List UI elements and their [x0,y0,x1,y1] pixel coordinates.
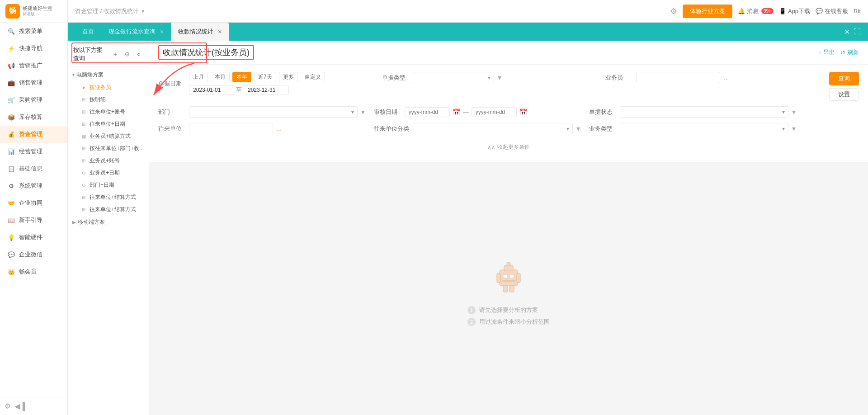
scheme-item-salesman-settle[interactable]: ▦ 业务员+结算方式 [68,130,149,142]
counterpart-type-label: 往来单位分类 [374,125,409,133]
service-icon: 💬 [816,8,823,14]
sidebar-item-inventory[interactable]: 📦 库存核算 [0,108,67,126]
dept-select[interactable] [189,106,358,118]
scheme-item-unit-settle2[interactable]: ⊞ 往来单位+结算方式 [68,203,149,216]
date-range-inputs: 至 [189,85,289,95]
scheme-item-unit-settle1[interactable]: ⊞ 往来单位+结算方式 [68,191,149,203]
member-icon: 👑 [7,268,15,276]
audit-to-input[interactable] [472,107,517,117]
salesman-input[interactable] [636,72,720,83]
biztype-dropdown-icon[interactable]: ▾ [792,124,796,133]
scheme-add-btn[interactable]: + [111,50,120,59]
filter-settings-button[interactable]: 设置 [829,88,859,101]
sidebar-item-wechat[interactable]: 💬 企业微信 [0,246,67,263]
sidebar-settings-icon[interactable]: ⚙ [5,402,11,410]
trial-button[interactable]: 体验行业方案 [683,5,732,18]
svg-rect-0 [500,270,518,286]
audit-cal-icon2[interactable]: 📅 [519,108,527,116]
tab-home[interactable]: 首页 [75,23,101,41]
scheme-item-by-salesman[interactable]: ● 按业务员 [68,81,149,94]
scheme-salesman-date-icon: ⊙ [80,170,87,176]
scheme-group-mobile-header[interactable]: ▶ 移动端方案 [68,216,149,229]
scheme-item-dept-date[interactable]: ⊙ 部门+日期 [68,179,149,191]
scheme-item-unit-account-label: 往来单位+账号 [90,108,125,116]
sidebar-item-basic-info[interactable]: 📋 基础信息 [0,160,67,177]
window-maximize-btn[interactable]: ⛶ [854,28,861,36]
collapse-arrow-icon: ∧∧ [487,144,495,151]
audit-cal-icon1[interactable]: 📅 [453,108,460,116]
counterpart-type-dropdown-icon[interactable]: ▾ [576,124,580,133]
tab-bank-flow-close[interactable]: × [160,28,164,35]
sidebar-item-quicknav[interactable]: ⚡ 快捷导航 [0,40,67,57]
export-btn[interactable]: ↑ 导出 [819,48,835,57]
scheme-item-unit-date-label: 往来单位+日期 [90,120,125,128]
online-service-btn[interactable]: 💬 在线客服 [816,7,848,15]
group-expand-arrow: ▾ [72,72,75,77]
svg-rect-1 [503,274,508,278]
logo-badge: 标准版 [23,11,52,17]
tab-receipt-stats[interactable]: 收款情况统计 × [171,23,229,41]
date-btn-this-year[interactable]: 本年 [232,72,251,82]
sidebar-item-hardware[interactable]: 💡 智能硬件 [0,229,67,246]
sidebar-item-management[interactable]: 📊 经营管理 [0,143,67,160]
doctype-label: 单据类型 [382,74,409,82]
scheme-settings-btn[interactable]: ⚙ [123,50,132,59]
scheme-item-unit-account[interactable]: ⊞ 往来单位+账号 [68,106,149,118]
svg-rect-2 [509,274,514,278]
date-to-input[interactable] [244,85,289,95]
dept-dropdown-icon[interactable]: ▾ [361,108,365,116]
sales-icon: 💼 [7,79,15,87]
scheme-group-desktop-header[interactable]: ▾ 电脑端方案 [68,68,149,81]
sidebar-collapse-icon[interactable]: ◀▐ [14,402,25,410]
tab-bank-flow[interactable]: 现金银行流水查询 × [101,23,171,41]
salesman-more-btn[interactable]: ... [724,74,729,81]
scheme-item-unit-dept-recv[interactable]: ⊞ 按往来单位+部门+收... [68,142,149,155]
biztype-select[interactable] [620,123,788,134]
sidebar-item-guide[interactable]: 📖 新手引导 [0,212,67,229]
notification-btn[interactable]: 🔔 消息 99+ [738,7,774,15]
counterpart-type-select-wrapper [413,123,573,134]
sidebar-item-finance[interactable]: 💰 资金管理 [0,126,67,143]
date-btn-this-month[interactable]: 本月 [211,72,230,82]
refresh-btn[interactable]: ↺ 刷新 [840,48,859,57]
date-btn-custom[interactable]: 自定义 [301,72,325,82]
audit-from-input[interactable] [405,107,450,117]
filter-docstatus-col: 单据状态 ▾ [589,106,796,118]
counterpart-more-btn[interactable]: ... [277,125,282,132]
sidebar-item-purchase[interactable]: 🛒 采购管理 [0,91,67,108]
docstatus-select[interactable] [620,106,788,118]
docstatus-dropdown-icon[interactable]: ▾ [792,108,796,116]
date-btn-7days[interactable]: 近7天 [254,72,276,82]
counterpart-type-select[interactable] [413,123,573,134]
sidebar-item-search[interactable]: 🔍 搜索菜单 [0,23,67,40]
tab-receipt-stats-close[interactable]: × [218,28,222,35]
sidebar-item-system[interactable]: ⚙ 系统管理 [0,177,67,194]
scheme-item-salesman-date[interactable]: ⊙ 业务员+日期 [68,167,149,179]
scheme-item-by-salesman-label: 按业务员 [90,84,111,91]
date-from-input[interactable] [189,85,234,95]
breadcrumb-dropdown-icon[interactable]: ▾ [142,8,145,14]
date-btn-last-month[interactable]: 上月 [189,72,208,82]
sidebar-item-sales[interactable]: 💼 销售管理 [0,74,67,91]
app-download-btn[interactable]: 📱 App下载 [779,7,810,15]
user-name-btn[interactable]: Rit [854,8,861,14]
sidebar-item-member[interactable]: 👑 畅会员 [0,263,67,280]
sidebar-item-marketing[interactable]: 📢 营销推广 [0,57,67,74]
doctype-dropdown-icon[interactable]: ▾ [498,73,501,82]
counterpart-input[interactable] [189,123,273,134]
scheme-item-by-detail[interactable]: ⊞ 按明细 [68,94,149,106]
scheme-item-unit-date[interactable]: ⊞ 往来单位+日期 [68,118,149,130]
scheme-item-salesman-account[interactable]: ⊞ 业务员+账号 [68,155,149,167]
topbar-settings-btn[interactable]: ⚙ [670,6,677,16]
query-button[interactable]: 查询 [829,72,859,85]
scheme-collapse-btn[interactable]: « [134,50,143,59]
sidebar-item-collab[interactable]: 🤝 企业协同 [0,194,67,212]
scheme-unit-settle1-icon: ⊞ [80,194,87,201]
window-close-btn[interactable]: ✕ [844,28,850,36]
empty-area: 1 请先选择要分析的方案 2 用过滤条件来缩小分析范围 [149,162,868,415]
doctype-select[interactable] [413,72,494,83]
collapse-more-btn[interactable]: ∧∧ 收起更多条件 [158,140,859,155]
date-btn-more[interactable]: 更多 [279,72,298,82]
user-name: Rit [854,8,861,14]
scheme-item-dept-date-label: 部门+日期 [90,181,114,189]
